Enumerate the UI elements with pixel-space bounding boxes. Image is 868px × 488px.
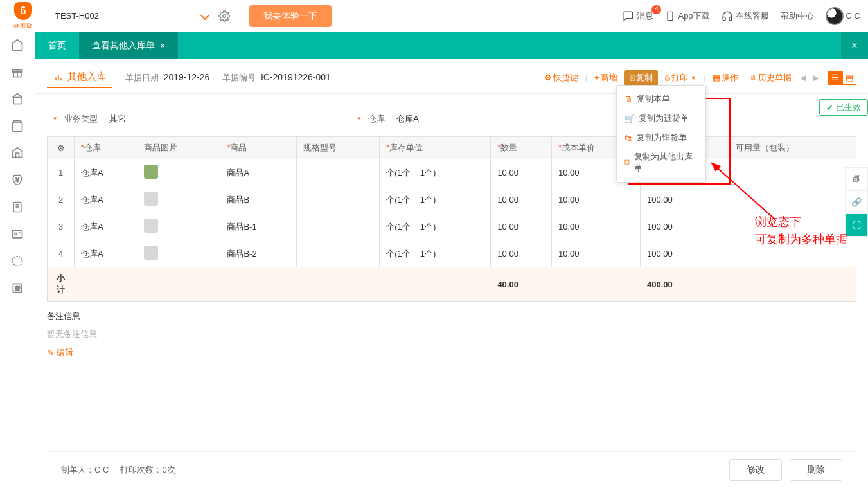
nav-home-icon[interactable] [10, 37, 25, 53]
view-list-button[interactable]: ☰ [828, 71, 842, 85]
company-selector[interactable]: TEST-H002 [51, 6, 212, 26]
tab-current[interactable]: 查看其他入库单 × [79, 32, 178, 59]
help-link[interactable]: 帮助中心 [781, 10, 814, 22]
copy-icon: ⎘ [630, 73, 635, 82]
plus-icon: + [594, 73, 599, 82]
new-button[interactable]: +新增 [591, 71, 621, 85]
remark-title: 备注信息 [47, 311, 856, 322]
status-badge: ✔ 已生效 [819, 99, 868, 116]
bag-icon: 🛍 [624, 133, 633, 143]
float-link-icon[interactable]: 🔗 [845, 190, 868, 213]
product-image-thumb [144, 246, 158, 260]
side-nav: ¥ 新 [0, 32, 35, 487]
tab-strip: 首页 查看其他入库单 × × [35, 32, 868, 59]
float-tools: 🗊 🔗 ⛶ [845, 167, 868, 237]
gear-column-icon[interactable]: ⚙ [48, 137, 75, 159]
chart-icon [53, 72, 64, 82]
delete-button[interactable]: 删除 [790, 459, 842, 481]
gear-icon[interactable] [218, 10, 230, 22]
prev-icon[interactable]: ◀ [799, 73, 808, 82]
message-icon [623, 10, 634, 22]
nav-bag-icon[interactable] [10, 118, 25, 134]
file-icon: 🗎 [624, 95, 633, 104]
user-menu[interactable]: C C [826, 7, 860, 25]
tabstrip-close-button[interactable]: × [841, 32, 868, 59]
brand-logo[interactable]: 6 标准版 [8, 2, 39, 30]
biz-type-field: *业务类型 其它 [53, 113, 126, 125]
layers-icon: ⧉ [624, 158, 630, 168]
print-icon: ⎙ [665, 73, 670, 82]
nav-gift-icon[interactable] [10, 64, 25, 80]
online-service-link[interactable]: 在线客服 [722, 10, 769, 22]
svg-text:新: 新 [15, 286, 20, 291]
product-image-thumb [144, 219, 158, 233]
cart-icon: 🛒 [624, 114, 635, 123]
float-expand-icon[interactable]: ⛶ [845, 213, 868, 237]
copy-this-doc[interactable]: 🗎复制本单 [617, 89, 705, 109]
headset-icon [722, 10, 733, 22]
edit-remark-link[interactable]: ✎ 编辑 [47, 347, 856, 358]
svg-rect-1 [668, 12, 673, 20]
check-icon: ✔ [826, 103, 833, 113]
chevron-down-icon [200, 11, 209, 20]
gear-icon: ⚙ [544, 73, 552, 82]
msg-badge: 4 [651, 5, 662, 14]
nav-house-icon[interactable] [10, 145, 25, 161]
col-unit: *库存单位 [380, 137, 491, 159]
tab-home[interactable]: 首页 [35, 32, 79, 59]
nav-in-icon[interactable] [10, 91, 25, 107]
trial-button[interactable]: 我要体验一下 [249, 5, 332, 27]
brand-badge: 标准版 [13, 21, 33, 30]
svg-line-21 [716, 167, 774, 219]
doc-date: 单据日期 2019-12-26 [125, 72, 209, 84]
nav-clipboard-icon[interactable] [10, 199, 25, 215]
col-image: 商品图片 [137, 137, 220, 159]
table-row[interactable]: 4仓库A商品B-2个(1个 = 1个)10.0010.00100.00 [48, 240, 856, 267]
product-image-thumb [144, 192, 158, 206]
page-type-tab[interactable]: 其他入库 [47, 67, 112, 88]
nav-sync-icon[interactable] [10, 253, 25, 269]
copy-as-other-out[interactable]: ⧉复制为其他出库单 [617, 147, 705, 178]
svg-point-15 [13, 257, 22, 266]
avatar [826, 7, 844, 25]
history-button[interactable]: 🗎历史单据 [745, 71, 795, 85]
float-note-icon[interactable]: 🗊 [845, 167, 868, 190]
nav-money-icon[interactable]: ¥ [10, 172, 25, 188]
remark-none: 暂无备注信息 [47, 329, 856, 340]
nav-new-icon[interactable]: 新 [10, 280, 25, 296]
view-grid-button[interactable]: ▤ [842, 71, 856, 85]
app-download-link[interactable]: App下载 [665, 10, 709, 22]
edit-icon: ✎ [47, 348, 54, 357]
messages-link[interactable]: 消息 4 [623, 10, 653, 22]
print-button[interactable]: ⎙打印▼ [662, 71, 700, 85]
edit-button[interactable]: 修改 [729, 459, 782, 481]
col-qty: *数量 [491, 137, 552, 159]
svg-point-13 [15, 233, 17, 235]
col-warehouse: *仓库 [75, 137, 137, 159]
svg-point-0 [223, 14, 226, 17]
product-image-thumb [144, 165, 158, 179]
grid-icon: ▦ [713, 73, 720, 82]
doc-number: 单据编号 IC-20191226-001 [222, 72, 331, 84]
shortcut-button[interactable]: ⚙快捷键 [541, 71, 581, 85]
logo-icon: 6 [14, 2, 32, 20]
next-icon[interactable]: ▶ [811, 73, 820, 82]
svg-rect-6 [13, 98, 21, 104]
chevron-down-icon: ▼ [691, 75, 696, 81]
footer: 制单人：C C 打印次数：0次 修改 删除 [47, 451, 856, 487]
copy-as-purchase[interactable]: 🛒复制为进货单 [617, 109, 705, 128]
subtotal-row: 小计 40.00 400.00 [48, 267, 856, 302]
svg-text:¥: ¥ [15, 177, 19, 183]
maker-label: 制单人：C C [61, 464, 109, 476]
company-name: TEST-H002 [55, 11, 99, 21]
copy-dropdown: 🗎复制本单 🛒复制为进货单 🛍复制为销货单 ⧉复制为其他出库单 [616, 85, 706, 183]
copy-button[interactable]: ⎘复制 [624, 70, 658, 86]
col-available: 可用量（包装） [729, 137, 856, 159]
nav-id-icon[interactable] [10, 226, 25, 242]
phone-icon [665, 10, 675, 22]
copy-as-sale[interactable]: 🛍复制为销货单 [617, 128, 705, 147]
col-spec: 规格型号 [297, 137, 380, 159]
ops-button[interactable]: ▦操作 [709, 71, 741, 85]
col-product: *商品 [220, 137, 297, 159]
close-icon[interactable]: × [160, 41, 165, 51]
